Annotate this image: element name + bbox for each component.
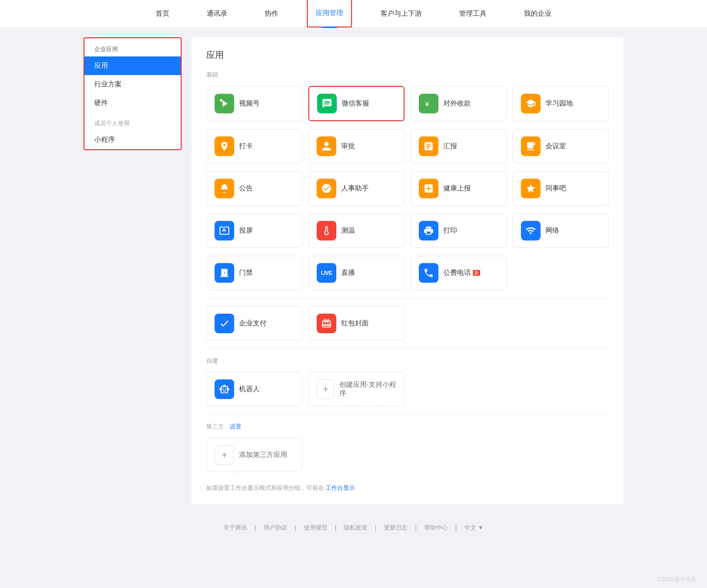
app-robot[interactable]: 机器人 bbox=[206, 372, 302, 406]
hr-assistant-icon bbox=[317, 179, 336, 198]
footer-sep6: | bbox=[455, 524, 457, 531]
nav-contacts[interactable]: 通讯录 bbox=[203, 0, 231, 27]
app-red-packet[interactable]: 红包封面 bbox=[308, 306, 405, 341]
sidebar-item-apps[interactable]: 应用 bbox=[84, 56, 181, 75]
main-layout: 企业应用 应用 行业方案 硬件 成员个人使用 小程序 应用 基础 视频号 bbox=[83, 27, 624, 514]
nav-my-company[interactable]: 我的企业 bbox=[520, 0, 555, 27]
svg-text:¥: ¥ bbox=[425, 100, 430, 108]
sidebar-item-industry[interactable]: 行业方案 bbox=[84, 75, 181, 94]
approval-icon bbox=[317, 136, 336, 156]
nav-admin-tools[interactable]: 管理工具 bbox=[455, 0, 490, 27]
footer-sep3: | bbox=[335, 524, 336, 531]
app-grid-selfbuild: 机器人 + 创建应用·支持小程序 bbox=[206, 372, 609, 406]
app-report[interactable]: 汇报 bbox=[410, 129, 507, 163]
sidebar-item-hardware[interactable]: 硬件 bbox=[84, 94, 181, 112]
app-approval[interactable]: 审批 bbox=[308, 129, 405, 163]
add-third-party-label: 添加第三方应用 bbox=[239, 451, 287, 459]
sidebar: 企业应用 应用 行业方案 硬件 成员个人使用 小程序 bbox=[83, 37, 182, 150]
health-label: 健康上报 bbox=[443, 184, 471, 193]
app-grid-pay: 企业支付 红包封面 bbox=[206, 306, 609, 341]
live-icon: LIVE bbox=[317, 263, 336, 283]
third-party-settings-link[interactable]: 设置 bbox=[230, 423, 242, 431]
footer-user-agreement[interactable]: 用户协议 bbox=[264, 524, 287, 531]
third-party-header: 第三方 设置 bbox=[206, 423, 609, 431]
wechat-service-label: 微信客服 bbox=[342, 99, 369, 108]
app-daka[interactable]: 打卡 bbox=[206, 129, 302, 163]
red-packet-icon bbox=[317, 314, 336, 333]
app-grid-row5: 门禁 LIVE 直播 公费电话 新 bbox=[206, 256, 609, 290]
footer-lang[interactable]: 中文 ▼ bbox=[464, 524, 484, 531]
report-label: 汇报 bbox=[443, 142, 457, 151]
section-basic-label: 基础 bbox=[206, 71, 609, 79]
app-colleague[interactable]: 同事吧 bbox=[513, 171, 609, 206]
footer-help[interactable]: 帮助中心 bbox=[424, 524, 448, 531]
health-icon bbox=[419, 179, 438, 198]
app-wechat-service[interactable]: 微信客服 bbox=[308, 86, 405, 121]
learning-icon bbox=[521, 94, 541, 113]
app-grid-row3: 公告 人事助手 健康上报 同事吧 bbox=[206, 171, 609, 206]
footer-sep4: | bbox=[375, 524, 377, 531]
biz-pay-label: 企业支付 bbox=[239, 319, 267, 328]
temp-label: 测温 bbox=[341, 226, 355, 235]
footer-sep5: | bbox=[415, 524, 417, 531]
main-content: 应用 基础 视频号 微信客服 ¥ bbox=[191, 37, 624, 504]
nav-collab[interactable]: 协作 bbox=[261, 0, 282, 27]
app-health[interactable]: 健康上报 bbox=[410, 171, 507, 206]
app-create-app[interactable]: + 创建应用·支持小程序 bbox=[308, 372, 405, 406]
app-learning[interactable]: 学习园地 bbox=[513, 86, 609, 121]
temp-icon bbox=[317, 221, 336, 241]
app-hr-assistant[interactable]: 人事助手 bbox=[308, 171, 405, 206]
network-label: 网络 bbox=[545, 226, 559, 235]
shipin-icon bbox=[215, 94, 234, 113]
app-meeting[interactable]: 会议室 bbox=[513, 129, 609, 163]
app-door[interactable]: 门禁 bbox=[206, 256, 302, 290]
report-icon bbox=[419, 136, 438, 156]
app-add-third-party[interactable]: + 添加第三方应用 bbox=[206, 438, 302, 472]
app-collect[interactable]: ¥ 对外收款 bbox=[410, 86, 507, 121]
daka-icon bbox=[215, 136, 234, 156]
footer-sep2: | bbox=[295, 524, 296, 531]
colleague-icon bbox=[521, 179, 541, 198]
footer-privacy[interactable]: 隐私政策 bbox=[344, 524, 367, 531]
robot-icon bbox=[215, 379, 234, 399]
app-phone[interactable]: 公费电话 新 bbox=[410, 256, 507, 290]
app-grid-third-party: + 添加第三方应用 bbox=[206, 438, 609, 472]
top-navigation: 首页 通讯录 协作 应用管理 客户与上下游 管理工具 我的企业 bbox=[0, 0, 707, 27]
footer-changelog[interactable]: 更新日志 bbox=[384, 524, 408, 531]
footer-usage-norms[interactable]: 使用规范 bbox=[304, 524, 327, 531]
app-shipin[interactable]: 视频号 bbox=[206, 86, 302, 121]
app-biz-pay[interactable]: 企业支付 bbox=[206, 306, 302, 341]
app-temp[interactable]: 测温 bbox=[308, 214, 405, 248]
live-label: 直播 bbox=[341, 268, 355, 277]
door-label: 门禁 bbox=[239, 268, 253, 277]
app-notice[interactable]: 公告 bbox=[206, 171, 302, 206]
nav-home[interactable]: 首页 bbox=[152, 0, 173, 27]
network-icon bbox=[521, 221, 541, 241]
app-live[interactable]: LIVE 直播 bbox=[308, 256, 405, 290]
nav-customer[interactable]: 客户与上下游 bbox=[377, 0, 426, 27]
sidebar-section-personal: 成员个人使用 bbox=[84, 112, 181, 131]
section-selfbuild-label: 自建 bbox=[206, 357, 609, 365]
footer-workbench-link[interactable]: 工作台显示 bbox=[326, 484, 355, 491]
svg-point-0 bbox=[220, 99, 223, 102]
print-icon bbox=[419, 221, 438, 241]
meeting-label: 会议室 bbox=[545, 142, 566, 151]
nav-app-management[interactable]: 应用管理 bbox=[312, 0, 347, 27]
app-screen[interactable]: 投屏 bbox=[206, 214, 302, 248]
bottom-footer: 关于腾讯 | 用户协议 | 使用规范 | 隐私政策 | 更新日志 | 帮助中心 … bbox=[0, 514, 707, 542]
learning-label: 学习园地 bbox=[545, 99, 573, 108]
footer-sep1: | bbox=[254, 524, 256, 531]
sidebar-item-miniapp[interactable]: 小程序 bbox=[84, 131, 181, 149]
footer-about[interactable]: 关于腾讯 bbox=[223, 524, 247, 531]
app-print[interactable]: 打印 bbox=[410, 214, 507, 248]
biz-pay-icon bbox=[215, 314, 234, 333]
create-app-label: 创建应用·支持小程序 bbox=[339, 380, 396, 398]
page-title: 应用 bbox=[206, 49, 609, 61]
app-grid-row4: 投屏 测温 打印 网络 bbox=[206, 214, 609, 248]
app-grid-row1: 视频号 微信客服 ¥ 对外收款 学习园地 bbox=[206, 86, 609, 121]
notice-icon bbox=[215, 179, 234, 198]
app-network[interactable]: 网络 bbox=[513, 214, 609, 248]
add-third-party-icon: + bbox=[215, 445, 234, 465]
create-app-icon: + bbox=[317, 379, 334, 399]
print-label: 打印 bbox=[443, 226, 457, 235]
